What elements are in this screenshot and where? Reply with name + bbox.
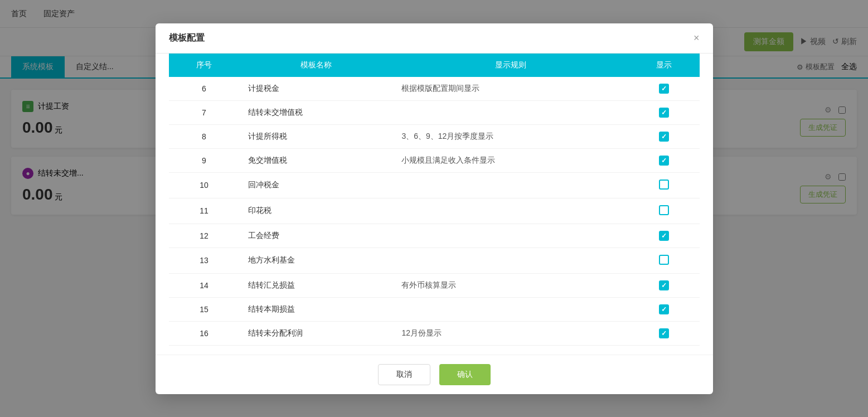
- row-name: 结转未分配利润: [239, 321, 392, 345]
- table-row: 10回冲税金: [169, 172, 700, 198]
- display-checkbox[interactable]: [659, 156, 669, 166]
- display-checkbox[interactable]: [659, 132, 669, 142]
- display-checkbox[interactable]: [659, 304, 669, 314]
- row-rule: 小规模且满足收入条件显示: [392, 148, 628, 172]
- row-name: 计提所得税: [239, 124, 392, 148]
- row-index: 14: [169, 273, 240, 297]
- display-checkbox[interactable]: [659, 328, 669, 338]
- display-checkbox[interactable]: [659, 280, 669, 290]
- table-row: 13地方水利基金: [169, 248, 700, 273]
- modal-template-config: 模板配置 × 序号 模板名称 显示规则 显示 6计提税金根据模版配置期间显示7结…: [156, 23, 713, 394]
- row-index: 12: [169, 224, 240, 248]
- row-display-cell: [629, 297, 700, 321]
- table-row: 8计提所得税3、6、9、12月按季度显示: [169, 124, 700, 148]
- row-name: 结转汇兑损益: [239, 273, 392, 297]
- col-display: 显示: [629, 54, 700, 77]
- table-row: 11印花税: [169, 198, 700, 224]
- display-checkbox[interactable]: [659, 84, 669, 94]
- row-index: 8: [169, 124, 240, 148]
- table-row: 7结转未交增值税: [169, 100, 700, 124]
- row-name: 免交增值税: [239, 148, 392, 172]
- table-row: 16结转未分配利润12月份显示: [169, 321, 700, 345]
- display-checkbox[interactable]: [659, 180, 669, 190]
- cancel-button[interactable]: 取消: [378, 364, 430, 385]
- row-display-cell: [629, 100, 700, 124]
- row-name: 计提税金: [239, 77, 392, 101]
- row-display-cell: [629, 224, 700, 248]
- display-checkbox[interactable]: [659, 231, 669, 241]
- table-head: 序号 模板名称 显示规则 显示: [169, 54, 700, 77]
- row-name: 回冲税金: [239, 172, 392, 198]
- row-display-cell: [629, 172, 700, 198]
- row-display-cell: [629, 198, 700, 224]
- row-rule: 12月份显示: [392, 321, 628, 345]
- table-row: 12工会经费: [169, 224, 700, 248]
- row-index: 6: [169, 77, 240, 101]
- table-header-row: 序号 模板名称 显示规则 显示: [169, 54, 700, 77]
- row-display-cell: [629, 321, 700, 345]
- row-rule: 根据模版配置期间显示: [392, 77, 628, 101]
- table-row: 14结转汇兑损益有外币核算显示: [169, 273, 700, 297]
- row-display-cell: [629, 148, 700, 172]
- row-index: 15: [169, 297, 240, 321]
- config-table: 序号 模板名称 显示规则 显示 6计提税金根据模版配置期间显示7结转未交增值税8…: [169, 54, 700, 346]
- row-name: 工会经费: [239, 224, 392, 248]
- display-checkbox[interactable]: [659, 255, 669, 265]
- row-index: 13: [169, 248, 240, 273]
- confirm-button[interactable]: 确认: [439, 364, 491, 385]
- table-row: 15结转本期损益: [169, 297, 700, 321]
- table-row: 9免交增值税小规模且满足收入条件显示: [169, 148, 700, 172]
- row-rule: [392, 198, 628, 224]
- row-index: 11: [169, 198, 240, 224]
- col-index: 序号: [169, 54, 240, 77]
- row-display-cell: [629, 124, 700, 148]
- row-rule: [392, 100, 628, 124]
- row-display-cell: [629, 248, 700, 273]
- row-name: 结转未交增值税: [239, 100, 392, 124]
- modal-header: 模板配置 ×: [156, 23, 713, 54]
- row-rule: [392, 172, 628, 198]
- row-name: 地方水利基金: [239, 248, 392, 273]
- row-name: 结转本期损益: [239, 297, 392, 321]
- row-rule: 有外币核算显示: [392, 273, 628, 297]
- modal-overlay: 模板配置 × 序号 模板名称 显示规则 显示 6计提税金根据模版配置期间显示7结…: [0, 0, 868, 417]
- display-checkbox[interactable]: [659, 108, 669, 118]
- modal-footer: 取消 确认: [156, 355, 713, 394]
- table-row: 6计提税金根据模版配置期间显示: [169, 77, 700, 101]
- row-rule: [392, 248, 628, 273]
- modal-body[interactable]: 序号 模板名称 显示规则 显示 6计提税金根据模版配置期间显示7结转未交增值税8…: [156, 54, 713, 355]
- modal-title: 模板配置: [169, 32, 205, 44]
- col-rule: 显示规则: [392, 54, 628, 77]
- row-display-cell: [629, 77, 700, 101]
- row-index: 9: [169, 148, 240, 172]
- row-index: 16: [169, 321, 240, 345]
- row-rule: [392, 297, 628, 321]
- row-rule: 3、6、9、12月按季度显示: [392, 124, 628, 148]
- modal-close-button[interactable]: ×: [694, 33, 700, 43]
- row-rule: [392, 224, 628, 248]
- table-body: 6计提税金根据模版配置期间显示7结转未交增值税8计提所得税3、6、9、12月按季…: [169, 77, 700, 346]
- row-display-cell: [629, 273, 700, 297]
- row-index: 10: [169, 172, 240, 198]
- row-name: 印花税: [239, 198, 392, 224]
- row-index: 7: [169, 100, 240, 124]
- display-checkbox[interactable]: [659, 205, 669, 215]
- col-name: 模板名称: [239, 54, 392, 77]
